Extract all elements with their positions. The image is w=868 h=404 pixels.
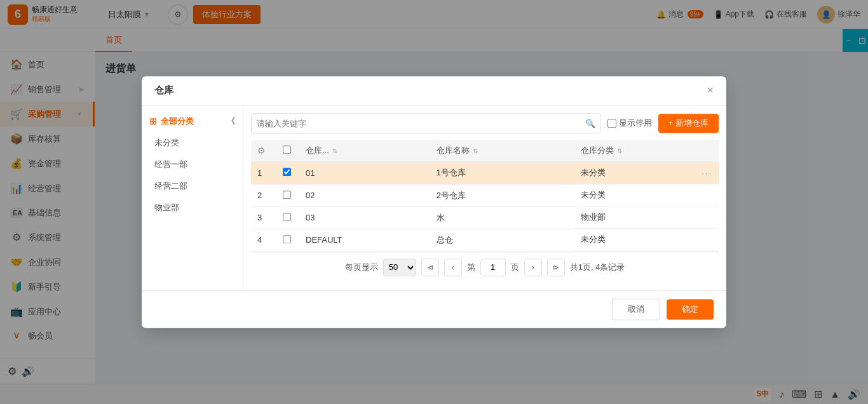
row-num: 4 <box>251 229 276 251</box>
col-name: 仓库名称 ⇅ <box>430 140 574 162</box>
next-page-button[interactable]: › <box>524 259 542 276</box>
row-code: 02 <box>299 184 430 206</box>
last-page-button[interactable]: ⊳ <box>547 259 565 276</box>
row-num: 2 <box>251 184 276 206</box>
col-category: 仓库分类 ⇅ <box>574 140 719 162</box>
search-button[interactable]: 🔍 <box>580 113 600 133</box>
show-disabled-toggle[interactable]: 显示停用 <box>607 118 652 129</box>
select-all-checkbox[interactable] <box>283 145 291 154</box>
first-page-button[interactable]: ⊲ <box>421 259 439 276</box>
modal-header: 仓库 × <box>142 76 726 105</box>
row-num: 3 <box>251 206 276 229</box>
category-item-property[interactable]: 物业部 <box>142 197 243 219</box>
row-checkbox[interactable] <box>283 213 291 221</box>
table-row[interactable]: 3 03 水 物业部 <box>251 206 719 229</box>
modal-footer: 取消 确定 <box>142 290 726 328</box>
grid-icon: ⊞ <box>149 116 157 126</box>
col-checkbox <box>276 140 299 162</box>
category-item-dept1[interactable]: 经营一部 <box>142 154 243 175</box>
total-info: 共1页, 4条记录 <box>570 262 625 273</box>
cancel-button[interactable]: 取消 <box>612 299 660 320</box>
row-name: 2号仓库 <box>430 184 574 206</box>
row-name: 水 <box>430 206 574 229</box>
row-checkbox-cell[interactable] <box>276 184 299 206</box>
sort-icon-name: ⇅ <box>473 147 478 154</box>
table-row[interactable]: 1 01 1号仓库 未分类··· <box>251 162 719 185</box>
prev-page-button[interactable]: ‹ <box>444 259 462 276</box>
table-container: ⚙ 仓库... ⇅ 仓库名称 ⇅ 仓库分类 <box>251 140 719 252</box>
row-category: 未分类 <box>574 229 719 251</box>
row-num: 1 <box>251 162 276 185</box>
show-disabled-checkbox[interactable] <box>607 119 616 128</box>
collapse-button[interactable]: 《 <box>227 116 235 127</box>
row-code: 03 <box>299 206 430 229</box>
modal-body: ⊞ 全部分类 《 未分类 经营一部 经营二部 物业部 🔍 <box>142 105 726 290</box>
warehouse-table: ⚙ 仓库... ⇅ 仓库名称 ⇅ 仓库分类 <box>251 140 719 252</box>
modal-close-button[interactable]: × <box>707 84 714 97</box>
row-checkbox-cell[interactable] <box>276 206 299 229</box>
table-body: 1 01 1号仓库 未分类··· 2 02 2号仓库 未分类 3 03 水 物业… <box>251 162 719 252</box>
category-panel: ⊞ 全部分类 《 未分类 经营一部 经营二部 物业部 <box>142 105 243 290</box>
table-header: ⚙ 仓库... ⇅ 仓库名称 ⇅ 仓库分类 <box>251 140 719 162</box>
row-checkbox-cell[interactable] <box>276 229 299 251</box>
sort-icon-cat: ⇅ <box>617 147 622 154</box>
row-actions[interactable]: ··· <box>702 168 712 178</box>
row-category: 物业部 <box>574 206 719 229</box>
row-checkbox-cell[interactable] <box>276 162 299 185</box>
page-size-label: 每页显示 <box>345 262 378 273</box>
sort-icon: ⇅ <box>332 147 337 154</box>
row-category: 未分类··· <box>574 162 719 184</box>
modal-title: 仓库 <box>154 84 173 97</box>
page-size-select[interactable]: 10 20 50 100 <box>383 259 416 276</box>
page-unit: 页 <box>511 262 519 273</box>
warehouse-list-panel: 🔍 显示停用 + 新增仓库 ⚙ 仓库... <box>243 105 726 290</box>
row-code: DEFAULT <box>299 229 430 251</box>
search-input[interactable] <box>252 119 580 128</box>
row-checkbox[interactable] <box>283 235 291 243</box>
page-number-input[interactable] <box>480 259 506 276</box>
toolbar: 🔍 显示停用 + 新增仓库 <box>251 113 719 133</box>
category-item-unclassified[interactable]: 未分类 <box>142 132 243 154</box>
table-row[interactable]: 2 02 2号仓库 未分类 <box>251 184 719 206</box>
category-header: ⊞ 全部分类 《 <box>142 111 243 132</box>
row-checkbox[interactable] <box>283 168 291 177</box>
table-row[interactable]: 4 DEFAULT 总仓 未分类 <box>251 229 719 251</box>
col-gear-icon: ⚙ <box>257 145 266 156</box>
row-name: 总仓 <box>430 229 574 251</box>
warehouse-modal: 仓库 × ⊞ 全部分类 《 未分类 经营一部 经营二部 物业部 <box>142 76 726 328</box>
row-name: 1号仓库 <box>430 162 574 185</box>
col-code: 仓库... ⇅ <box>299 140 430 162</box>
row-code: 01 <box>299 162 430 185</box>
confirm-button[interactable]: 确定 <box>667 299 714 320</box>
search-wrapper: 🔍 <box>251 113 601 133</box>
col-settings: ⚙ <box>251 140 276 162</box>
all-category-label[interactable]: 全部分类 <box>161 116 194 127</box>
row-checkbox[interactable] <box>283 191 291 199</box>
pagination: 每页显示 10 20 50 100 ⊲ ‹ 第 页 › ⊳ 共1页, 4条记录 <box>251 252 719 283</box>
add-warehouse-button[interactable]: + 新增仓库 <box>658 114 719 133</box>
show-disabled-label: 显示停用 <box>619 118 652 129</box>
row-category: 未分类 <box>574 184 719 206</box>
category-item-dept2[interactable]: 经营二部 <box>142 175 243 197</box>
page-label: 第 <box>467 262 475 273</box>
